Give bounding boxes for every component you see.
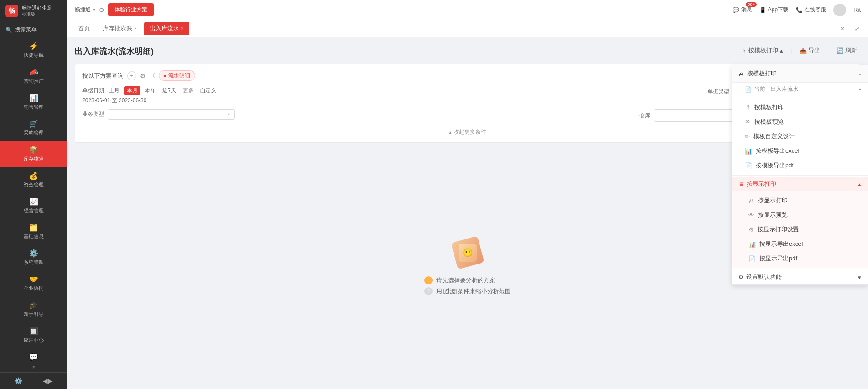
- shortcut-custom[interactable]: 自定义: [198, 86, 218, 95]
- window-close-btn[interactable]: ✕: [837, 24, 848, 33]
- app-download-label: App下载: [768, 6, 788, 14]
- topbar-user[interactable]: 畅捷通 ▾: [75, 6, 95, 14]
- sidebar-item-collab[interactable]: 🤝 企业协同: [0, 270, 67, 296]
- display-preview-item[interactable]: 👁 按显示预览: [732, 208, 868, 222]
- logo-icon: 畅: [5, 5, 18, 17]
- print-icon: 🖨: [741, 47, 747, 54]
- template-print-item[interactable]: 🖨 按模板打印: [732, 100, 868, 115]
- template-custom-icon: ✏: [745, 133, 750, 140]
- template-excel-item[interactable]: 📊 按模板导出excel: [732, 144, 868, 158]
- basic-icon: 🗂️: [29, 223, 38, 232]
- sidebar-item-appcenter[interactable]: 🔲 应用中心: [0, 322, 67, 348]
- business-type-select[interactable]: ▾: [108, 109, 235, 120]
- online-service-group[interactable]: 📞 在线客服: [796, 6, 826, 14]
- display-excel-icon: 📊: [748, 241, 756, 248]
- scroll-down-arrow[interactable]: ▼: [30, 364, 37, 370]
- sidebar-item-inventory[interactable]: 📦 库存核算: [0, 141, 67, 167]
- sidebar-item-quicknav[interactable]: ⚡ 快捷导航: [0, 37, 67, 63]
- sidebar-item-operations[interactable]: 📈 经营管理: [0, 193, 67, 219]
- topbar-settings-icon[interactable]: ⚙: [99, 6, 105, 14]
- current-chevron[interactable]: ▾: [859, 87, 861, 92]
- filter-chip-liushui[interactable]: 流水明细: [159, 70, 195, 81]
- online-service-label: 在线客服: [804, 6, 826, 14]
- step-num-1: 1: [424, 276, 433, 284]
- collapse-link[interactable]: ▴ 收起更多条件: [449, 128, 486, 136]
- page-title: 出入库流水(流水明细): [75, 46, 154, 57]
- sidebar-search[interactable]: 🔍 搜索菜单: [0, 22, 67, 37]
- tab-batch-label: 库存批次账: [103, 25, 132, 33]
- sidebar-item-guide[interactable]: 🎓 新手引导: [0, 296, 67, 322]
- display-excel-item[interactable]: 📊 按显示导出excel: [732, 237, 868, 251]
- message-label: 消息: [741, 6, 752, 14]
- appcenter-icon: 🔲: [29, 327, 38, 335]
- print-template-btn[interactable]: 🖨 按模板打印 ▴: [737, 45, 787, 56]
- template-preview-item[interactable]: 👁 按模板预览: [732, 115, 868, 129]
- inventory-icon: 📦: [29, 145, 38, 154]
- empty-steps: 1 请先选择要分析的方案 2 用[过滤]条件来缩小分析范围: [424, 276, 510, 295]
- filter-title: 按以下方案查询: [82, 72, 124, 80]
- template-custom-item[interactable]: ✏ 模板自定义设计: [732, 129, 868, 144]
- refresh-btn[interactable]: 🔄 刷新: [833, 45, 861, 56]
- date-field: 单据日期 上月 本月 本年 近7天 更多 自定义 2023-06-01 至 20…: [82, 86, 700, 105]
- trial-btn[interactable]: 体验行业方案: [108, 3, 154, 16]
- print-dropdown-header: 🖨 按模板打印 ▴: [732, 65, 868, 83]
- refresh-icon: 🔄: [836, 47, 843, 54]
- tab-batch[interactable]: 库存批次账 ×: [97, 22, 142, 35]
- user-display-name: Rit: [853, 6, 861, 13]
- print-dropdown: 🖨 按模板打印 ▴ 📄 当前：出入库流水 ▾ 🖨 按模板打印: [732, 65, 868, 285]
- tab-home[interactable]: 首页: [73, 22, 95, 35]
- user-avatar[interactable]: [833, 4, 846, 16]
- business-chevron: ▾: [228, 112, 230, 117]
- shortcut-more[interactable]: 更多: [181, 86, 195, 95]
- shortcut-this-month[interactable]: 本月: [124, 86, 140, 95]
- tab-batch-close[interactable]: ×: [134, 26, 137, 31]
- page-content: 出入库流水(流水明细) 🖨 按模板打印 ▴ | 📤 导出 | 🔄 刷新: [67, 37, 868, 389]
- display-section-chevron: ▴: [858, 181, 861, 188]
- template-print-icon: 🖨: [745, 104, 751, 111]
- display-pdf-item[interactable]: 📄 按显示导出pdf: [732, 251, 868, 266]
- sidebar-item-finance[interactable]: 💰 资金管理: [0, 167, 67, 193]
- tab-flow[interactable]: 出入库流水 ×: [144, 22, 189, 35]
- shortcut-this-year[interactable]: 本年: [143, 86, 158, 95]
- export-btn[interactable]: 📤 导出: [796, 45, 824, 56]
- filter-add-btn[interactable]: +: [127, 71, 136, 80]
- toolbar-divider2: |: [828, 47, 829, 54]
- display-print-settings-item[interactable]: ⚙ 按显示打印设置: [732, 222, 868, 237]
- empty-icon: 😐: [449, 234, 486, 271]
- sidebar-item-basic[interactable]: 🗂️ 基础信息: [0, 219, 67, 244]
- template-pdf-icon: 📄: [745, 162, 752, 169]
- date-group: 单据日期 上月 本月 本年 近7天 更多 自定义 2023-06-01 至 20…: [82, 86, 700, 105]
- collapse-sidebar-btn[interactable]: ◀▶: [43, 377, 53, 384]
- sidebar-item-purchase[interactable]: 🛒 采购管理: [0, 115, 67, 141]
- settings-bottom-btn[interactable]: ⚙️: [15, 377, 22, 384]
- default-function-item[interactable]: ⚙ 设置默认功能 ▾: [732, 270, 868, 284]
- sidebar: 畅 畅捷通好生意 标准版 🔍 搜索菜单 ⚡ 快捷导航 📣 营销推广 📊 销售管理…: [0, 0, 67, 389]
- sidebar-item-system[interactable]: ⚙️ 系统管理: [0, 244, 67, 270]
- tab-flow-close[interactable]: ×: [181, 26, 184, 31]
- shortcut-last-month[interactable]: 上月: [107, 86, 121, 95]
- chip-dot: [164, 75, 166, 77]
- template-pdf-item[interactable]: 📄 按模板导出pdf: [732, 158, 868, 173]
- business-type-field: 业务类型 ▾: [82, 109, 632, 120]
- window-expand-btn[interactable]: ⤢: [852, 24, 863, 33]
- sidebar-item-marketing[interactable]: 📣 营销推广: [0, 63, 67, 89]
- tabs-window-controls: ✕ ⤢: [837, 24, 863, 33]
- app-download-group[interactable]: 📱 App下载: [759, 6, 788, 14]
- tab-flow-label: 出入库流水: [150, 25, 179, 33]
- print-dropdown-chevron-up[interactable]: ▴: [859, 71, 861, 76]
- date-shortcuts: 上月 本月 本年 近7天 更多 自定义: [107, 86, 218, 95]
- tabs-bar: 首页 库存批次账 × 出入库流水 × ✕ ⤢: [67, 20, 868, 37]
- sidebar-item-sales[interactable]: 📊 销售管理: [0, 89, 67, 115]
- display-print-item[interactable]: 🖨 按显示打印: [732, 193, 868, 208]
- topbar: 畅捷通 ▾ ⚙ 体验行业方案 💬 消息 99+ 📱 App下载 📞 在线客服 R…: [67, 0, 868, 20]
- filter-collapse-btn[interactable]: 《: [150, 72, 155, 80]
- filter-gear-btn[interactable]: ⚙: [140, 72, 146, 80]
- display-preview-icon: 👁: [748, 212, 754, 219]
- date-label: 单据日期: [82, 87, 104, 95]
- message-group[interactable]: 💬 消息 99+: [733, 6, 752, 14]
- display-section-header[interactable]: 🖥 按显示打印 ▴: [732, 177, 868, 191]
- finance-icon: 💰: [29, 171, 38, 180]
- sidebar-item-wechat[interactable]: 💬 企业微信: [0, 348, 67, 362]
- shortcut-7days[interactable]: 近7天: [160, 86, 178, 95]
- collab-icon: 🤝: [29, 275, 38, 284]
